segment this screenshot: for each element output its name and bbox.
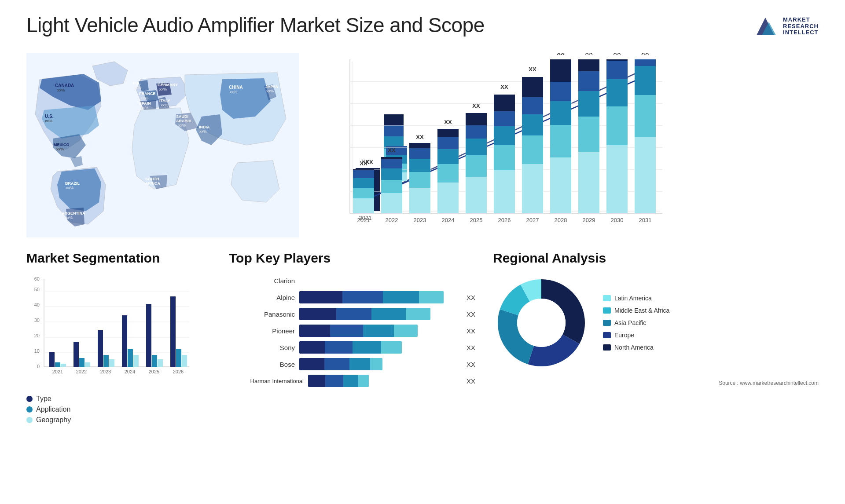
svg-rect-81 (409, 148, 430, 159)
segmentation-section: Market Segmentation 0 10 20 30 40 50 60 (26, 251, 211, 424)
svg-rect-166 (122, 315, 127, 367)
logo-text: MARKET RESEARCH INTELLECT (783, 17, 819, 37)
svg-text:xx%: xx% (159, 87, 167, 91)
svg-text:FRANCE: FRANCE (139, 91, 156, 96)
svg-rect-67 (353, 170, 374, 178)
legend-color-asia (603, 320, 611, 326)
svg-text:xx%: xx% (230, 90, 237, 94)
svg-text:10: 10 (34, 348, 40, 354)
svg-rect-74 (381, 159, 402, 168)
svg-rect-85 (437, 183, 459, 213)
svg-rect-93 (466, 155, 487, 177)
svg-text:2024: 2024 (442, 217, 455, 223)
segmentation-chart-svg: 0 10 20 30 40 50 60 (26, 274, 194, 389)
map-section: CANADA xx% U.S. xx% MEXICO xx% BRAZIL xx… (26, 53, 299, 237)
svg-rect-82 (409, 143, 430, 148)
svg-text:XX: XX (472, 102, 480, 109)
svg-rect-159 (79, 358, 84, 367)
bar-2021: XX 2021 (353, 160, 374, 223)
world-map: CANADA xx% U.S. xx% MEXICO xx% BRAZIL xx… (26, 53, 299, 237)
svg-rect-130 (606, 61, 628, 79)
key-players-title: Top Key Players (229, 251, 475, 266)
svg-rect-172 (158, 359, 163, 367)
legend-north-america: North America (603, 344, 669, 351)
legend-color-europe (603, 332, 611, 338)
svg-text:JAPAN: JAPAN (265, 84, 279, 89)
svg-text:2024: 2024 (125, 369, 135, 374)
svg-rect-127 (606, 145, 628, 213)
growth-chart-section: XX 2021 (317, 53, 819, 237)
donut-chart-svg (493, 274, 590, 371)
svg-rect-137 (635, 59, 656, 66)
legend-dot-application (26, 406, 33, 413)
key-players-section: Top Key Players Clarion Alpine (229, 251, 475, 424)
regional-chart-area: Latin America Middle East & Africa Asia … (493, 274, 669, 371)
svg-rect-175 (176, 349, 181, 367)
svg-rect-162 (98, 330, 103, 367)
svg-rect-134 (635, 137, 656, 213)
svg-rect-73 (381, 168, 402, 180)
bar-2029: XX 2029 (578, 53, 599, 223)
svg-text:2022: 2022 (386, 217, 398, 223)
svg-rect-129 (606, 79, 628, 106)
page-container: Light Vehicle Audio Amplifier Market Siz… (0, 0, 845, 504)
svg-text:xx%: xx% (134, 85, 141, 90)
svg-rect-106 (522, 164, 543, 213)
bar-chart-main-svg: XX 2021 XX 2022 (326, 53, 669, 242)
legend-middle-east: Middle East & Africa (603, 307, 669, 314)
svg-rect-101 (494, 126, 515, 145)
player-alpine: Alpine XX (229, 291, 475, 303)
svg-text:XX: XX (416, 134, 424, 140)
bar-2024: XX 2024 (437, 119, 459, 223)
bar-2030: XX 2030 (606, 53, 628, 223)
svg-rect-171 (152, 355, 157, 367)
bottom-section: Market Segmentation 0 10 20 30 40 50 60 (26, 251, 819, 424)
svg-rect-71 (381, 193, 402, 213)
svg-text:MEXICO: MEXICO (54, 142, 70, 147)
svg-rect-121 (578, 117, 599, 152)
svg-rect-75 (381, 157, 402, 159)
legend-geography: Geography (26, 416, 211, 424)
svg-rect-128 (606, 106, 628, 145)
svg-rect-122 (578, 91, 599, 117)
svg-rect-155 (55, 362, 60, 367)
svg-rect-86 (437, 164, 459, 183)
svg-rect-72 (381, 180, 402, 193)
svg-rect-116 (550, 82, 571, 101)
svg-rect-117 (550, 59, 571, 82)
svg-rect-102 (494, 111, 515, 126)
svg-text:XX: XX (557, 53, 565, 56)
svg-rect-88 (437, 137, 459, 149)
svg-rect-89 (437, 129, 459, 137)
svg-text:xx%: xx% (178, 123, 186, 128)
svg-text:U.K.: U.K. (133, 81, 141, 85)
svg-rect-168 (133, 355, 139, 367)
svg-rect-170 (146, 304, 151, 367)
svg-text:XX: XX (360, 160, 367, 167)
svg-text:xx%: xx% (141, 96, 148, 100)
source-text: Source : www.marketresearchintellect.com (719, 380, 819, 386)
legend-europe: Europe (603, 332, 669, 339)
svg-rect-164 (109, 359, 114, 367)
regional-legend: Latin America Middle East & Africa Asia … (603, 295, 669, 351)
svg-text:2027: 2027 (526, 217, 539, 223)
svg-rect-78 (409, 188, 430, 213)
svg-text:2025: 2025 (149, 369, 159, 374)
svg-text:BRAZIL: BRAZIL (65, 181, 80, 186)
logo: MARKET RESEARCH INTELLECT (752, 13, 819, 40)
svg-text:xx%: xx% (199, 129, 207, 134)
svg-text:SPAIN: SPAIN (139, 101, 151, 106)
svg-text:CHINA: CHINA (229, 85, 243, 90)
player-harman: Harman International XX (229, 375, 475, 387)
svg-rect-115 (550, 101, 571, 125)
legend-type: Type (26, 395, 211, 403)
svg-text:2026: 2026 (498, 217, 511, 223)
svg-rect-113 (550, 157, 571, 213)
svg-rect-65 (353, 188, 374, 198)
regional-title: Regional Analysis (493, 251, 606, 266)
segmentation-legend: Type Application Geography (26, 395, 211, 424)
player-panasonic: Panasonic XX (229, 308, 475, 320)
svg-text:XX: XX (641, 53, 649, 56)
svg-text:SOUTH: SOUTH (145, 177, 159, 181)
svg-text:2026: 2026 (173, 369, 184, 374)
